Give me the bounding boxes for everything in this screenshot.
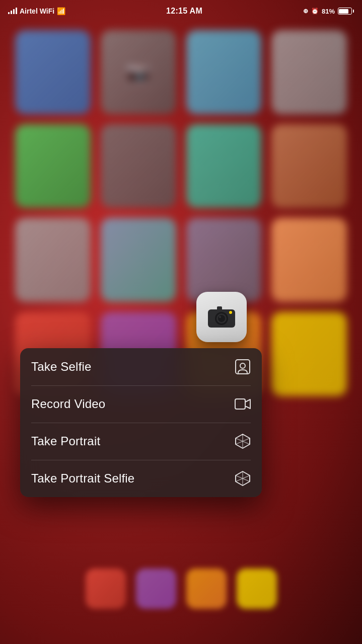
battery-body <box>338 8 352 15</box>
svg-point-8 <box>240 363 245 368</box>
wifi-icon: 📶 <box>57 7 65 15</box>
menu-item-take-portrait[interactable]: Take Portrait <box>20 423 262 460</box>
menu-item-record-video[interactable]: Record Video <box>20 385 262 423</box>
svg-point-6 <box>229 311 232 314</box>
svg-point-3 <box>218 315 225 322</box>
svg-point-4 <box>219 316 221 318</box>
take-portrait-selfie-icon <box>235 470 251 487</box>
carrier-label: Airtel WiFi <box>20 7 54 15</box>
battery-tip <box>353 10 354 13</box>
take-selfie-icon <box>235 359 251 375</box>
signal-bars <box>8 8 17 14</box>
take-portrait-selfie-label: Take Portrait Selfie <box>31 471 134 486</box>
status-left: Airtel WiFi 📶 <box>8 7 65 15</box>
record-video-icon <box>235 396 251 412</box>
take-selfie-label: Take Selfie <box>31 360 92 374</box>
svg-rect-7 <box>236 360 250 374</box>
dock-icon-4 <box>237 569 277 609</box>
battery-percent: 81% <box>322 8 335 15</box>
dock-icon-1 <box>86 569 126 609</box>
camera-app-icon[interactable] <box>196 292 247 342</box>
context-menu-wrapper: Take Selfie Record Video Take Portrai <box>20 292 262 497</box>
dock-area <box>0 543 362 644</box>
camera-svg-icon <box>207 304 236 330</box>
svg-rect-5 <box>217 306 222 310</box>
status-bar: Airtel WiFi 📶 12:15 AM ⊕ ⏰ 81% <box>0 0 362 22</box>
alarm-icon: ⏰ <box>311 8 319 15</box>
menu-item-take-selfie[interactable]: Take Selfie <box>20 348 262 385</box>
take-portrait-icon <box>235 433 251 449</box>
record-video-label: Record Video <box>31 397 105 411</box>
take-portrait-label: Take Portrait <box>31 434 100 448</box>
lock-icon: ⊕ <box>303 8 308 15</box>
svg-rect-9 <box>235 399 245 409</box>
signal-bar-1 <box>8 12 10 14</box>
battery-fill <box>339 9 348 14</box>
dock-icon-2 <box>136 569 176 609</box>
dock-icon-3 <box>186 569 227 609</box>
menu-item-take-portrait-selfie[interactable]: Take Portrait Selfie <box>20 460 262 497</box>
signal-bar-2 <box>11 11 12 14</box>
signal-bar-4 <box>16 8 17 14</box>
time-display: 12:15 AM <box>166 7 202 16</box>
signal-bar-3 <box>13 9 15 14</box>
battery-indicator <box>338 8 354 15</box>
context-menu: Take Selfie Record Video Take Portrai <box>20 348 262 497</box>
status-right: ⊕ ⏰ 81% <box>303 8 354 15</box>
